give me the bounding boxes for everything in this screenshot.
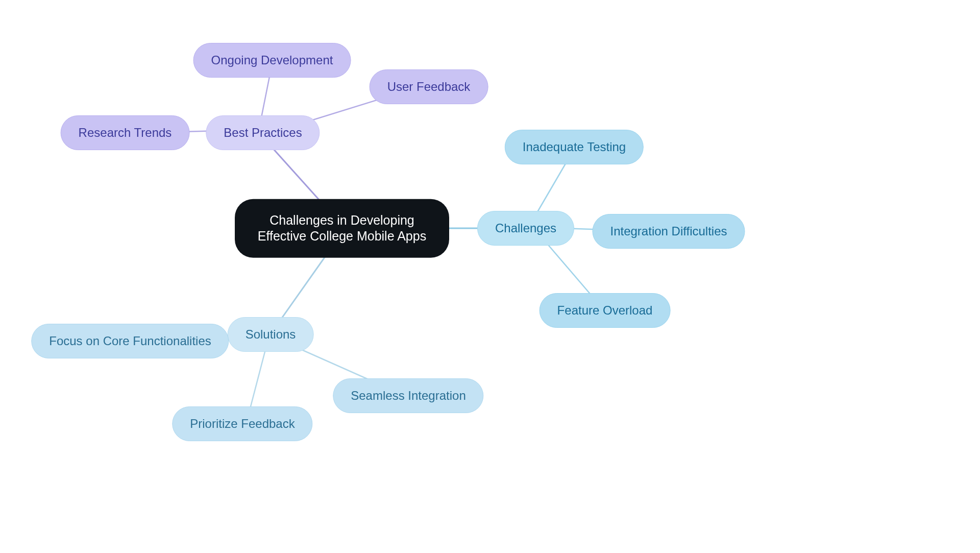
edge-layer: [0, 0, 980, 553]
user-feedback-node[interactable]: User Feedback: [370, 69, 488, 104]
edge-so-prioritize: [250, 350, 265, 408]
ongoing-development-node[interactable]: Ongoing Development: [193, 43, 351, 78]
focus-core-node[interactable]: Focus on Core Functionalities: [31, 324, 229, 358]
solutions-label: Solutions: [246, 327, 296, 342]
edge-bp-ongoing: [260, 71, 271, 123]
inadequate-testing-node[interactable]: Inadequate Testing: [505, 130, 644, 164]
bestpractices-label: Best Practices: [224, 125, 302, 140]
research-trends-label: Research Trends: [79, 125, 172, 140]
integration-difficulties-node[interactable]: Integration Difficulties: [592, 214, 745, 249]
feature-overload-label: Feature Overload: [557, 303, 653, 318]
prioritize-feedback-node[interactable]: Prioritize Feedback: [172, 406, 312, 441]
mindmap-canvas: Challenges in Developing Effective Colle…: [0, 0, 980, 553]
challenges-label: Challenges: [495, 221, 556, 236]
research-trends-node[interactable]: Research Trends: [61, 115, 190, 150]
user-feedback-label: User Feedback: [387, 79, 471, 94]
center-label: Challenges in Developing Effective Colle…: [250, 212, 434, 245]
bestpractices-node[interactable]: Best Practices: [206, 115, 320, 150]
feature-overload-node[interactable]: Feature Overload: [540, 293, 671, 328]
solutions-node[interactable]: Solutions: [228, 317, 314, 352]
challenges-node[interactable]: Challenges: [477, 211, 574, 246]
edge-ch-feature: [546, 243, 592, 296]
center-node[interactable]: Challenges in Developing Effective Colle…: [235, 199, 449, 258]
ongoing-development-label: Ongoing Development: [211, 53, 333, 68]
seamless-integration-label: Seamless Integration: [351, 388, 465, 403]
prioritize-feedback-label: Prioritize Feedback: [190, 416, 295, 431]
focus-core-label: Focus on Core Functionalities: [49, 333, 211, 349]
seamless-integration-node[interactable]: Seamless Integration: [333, 378, 483, 413]
inadequate-testing-label: Inadequate Testing: [523, 139, 626, 155]
integration-difficulties-label: Integration Difficulties: [610, 224, 727, 239]
